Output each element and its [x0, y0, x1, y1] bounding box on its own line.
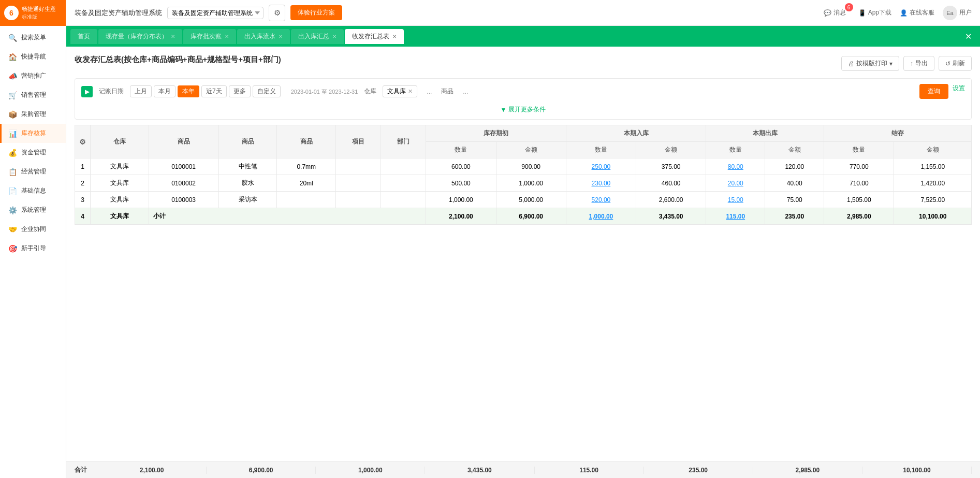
export-icon: ↑ [910, 60, 913, 67]
row-name: 采访本 [218, 192, 277, 208]
row-out-qty[interactable]: 80.00 [706, 158, 765, 175]
tab-close-icon[interactable]: ✕ [279, 34, 283, 39]
date-this-month[interactable]: 本月 [154, 85, 175, 97]
message-action[interactable]: 💬 消息 6 [820, 6, 850, 19]
finance-icon: 💰 [8, 149, 17, 157]
subtotal-in-amt: 3,435.00 [636, 208, 706, 225]
logo-text: 畅捷通好生意 [22, 5, 56, 13]
product-label: 商品 [441, 87, 454, 96]
date-this-year[interactable]: 本年 [178, 85, 199, 97]
basic-info-icon: 📄 [8, 187, 17, 195]
try-industry-button[interactable]: 体验行业方案 [290, 5, 342, 20]
bal-qty-header: 数量 [824, 142, 894, 158]
operation-icon: 📋 [8, 168, 17, 176]
print-icon: 🖨 [848, 60, 854, 67]
row-in-qty[interactable]: 230.00 [566, 175, 636, 192]
print-button[interactable]: 🖨 按模版打印 ▾ [841, 56, 899, 71]
sidebar-item-label: 企业协同 [21, 225, 46, 234]
settings-link[interactable]: 设置 [953, 84, 965, 99]
export-button[interactable]: ↑ 导出 [903, 56, 934, 71]
sidebar-item-marketing[interactable]: 📣 营销推广 [0, 66, 66, 85]
row-in-amt: 460.00 [636, 175, 706, 192]
table-row: 2 文具库 0100002 胶水 20ml 500.00 1,000.00 23… [75, 175, 972, 192]
tab-close-icon[interactable]: ✕ [392, 34, 397, 39]
row-out-qty[interactable]: 20.00 [706, 175, 765, 192]
sidebar-item-purchase[interactable]: 📦 采购管理 [0, 105, 66, 124]
in-qty-header: 数量 [566, 142, 636, 158]
date-last-month[interactable]: 上月 [130, 85, 152, 97]
search-icon: 🔍 [8, 34, 17, 42]
sidebar-item-system[interactable]: ⚙️ 系统管理 [0, 200, 66, 220]
date-more[interactable]: 更多 [229, 85, 251, 97]
sidebar-item-label: 销售管理 [21, 91, 46, 99]
sidebar-item-enterprise[interactable]: 🤝 企业协同 [0, 220, 66, 239]
tab-batch[interactable]: 库存批次账 ✕ [183, 29, 236, 44]
tab-recv-send-summary[interactable]: 收发存汇总表 ✕ [345, 29, 404, 44]
settings-button[interactable]: ⚙ [269, 5, 285, 21]
sidebar-item-operation[interactable]: 📋 经营管理 [0, 162, 66, 181]
tab-close-all[interactable]: ✕ [961, 30, 976, 44]
tab-close-icon[interactable]: ✕ [171, 34, 175, 39]
sidebar-item-guide[interactable]: 🎯 新手引导 [0, 239, 66, 258]
sidebar-item-basic-info[interactable]: 📄 基础信息 [0, 181, 66, 200]
tab-flow[interactable]: 出入库流水 ✕ [237, 29, 290, 44]
enterprise-icon: 🤝 [8, 225, 17, 234]
online-service-label: 在线客服 [910, 8, 934, 17]
avatar: Ea [943, 6, 957, 20]
sidebar-item-label: 营销推广 [21, 71, 46, 80]
query-button[interactable]: 查询 [919, 84, 948, 99]
row-in-amt: 2,600.00 [636, 192, 706, 208]
sidebar-item-inventory[interactable]: 📊 库存核算 [0, 124, 66, 143]
expand-icon: ▼ [501, 106, 507, 113]
subtotal-out-qty[interactable]: 115.00 [706, 208, 765, 225]
row-dept [381, 175, 426, 192]
subtotal-label: 小计 [149, 208, 426, 225]
product-more-btn[interactable]: ... [460, 87, 471, 96]
row-warehouse: 文具库 [91, 192, 149, 208]
subtotal-bal-amt: 10,100.00 [894, 208, 972, 225]
sidebar-item-finance[interactable]: 💰 资金管理 [0, 143, 66, 162]
user-action[interactable]: Ea 用户 [943, 6, 972, 20]
tab-inventory-dist[interactable]: 现存量（库存分布表） ✕ [98, 29, 182, 44]
row-out-qty[interactable]: 15.00 [706, 192, 765, 208]
sidebar-item-sales[interactable]: 🛒 销售管理 [0, 85, 66, 105]
in-stock-header: 本期入库 [566, 125, 706, 142]
date-custom[interactable]: 自定义 [253, 85, 281, 97]
out-amt-header: 金额 [765, 142, 824, 158]
code-header: 商品 [149, 125, 218, 158]
init-amt-header: 金额 [496, 142, 566, 158]
row-dept [381, 192, 426, 208]
online-service-action[interactable]: 👤 在线客服 [900, 8, 934, 17]
row-in-qty[interactable]: 520.00 [566, 192, 636, 208]
tab-summary[interactable]: 出入库汇总 ✕ [291, 29, 344, 44]
date-7days[interactable]: 近7天 [201, 85, 227, 97]
tab-close-icon[interactable]: ✕ [332, 34, 337, 39]
app-download-action[interactable]: 📱 App下载 [858, 8, 891, 17]
subtotal-in-qty[interactable]: 1,000.00 [566, 208, 636, 225]
sidebar-item-search[interactable]: 🔍 搜索菜单 [0, 28, 66, 47]
spec-header: 商品 [277, 125, 336, 158]
sidebar-item-quick-nav[interactable]: 🏠 快捷导航 [0, 47, 66, 66]
home-icon: 🏠 [8, 53, 17, 61]
tab-home[interactable]: 首页 [70, 29, 97, 44]
data-table: ⚙ 仓库 商品 商品 商品 项目 部门 库存期初 本期入库 本期出库 结存 数量… [75, 125, 972, 225]
warehouse-more-btn[interactable]: ... [423, 87, 435, 96]
subtotal-bal-qty: 2,985.00 [824, 208, 894, 225]
row-warehouse: 文具库 [91, 175, 149, 192]
refresh-button[interactable]: ↺ 刷新 [939, 56, 972, 71]
row-name: 胶水 [218, 175, 277, 192]
warehouse-tag-close[interactable]: ✕ [408, 88, 413, 95]
subtotal-no: 4 [75, 208, 91, 225]
expand-more-conditions[interactable]: ▼ 展开更多条件 [501, 105, 546, 114]
row-no: 3 [75, 192, 91, 208]
system-selector[interactable]: 装备及固定资产辅助管理系统 [167, 7, 264, 19]
warehouse-filter-tag: 文具库 ✕ [383, 85, 417, 97]
filter-expand-arrow[interactable]: ▶ [81, 86, 93, 97]
subtotal-init-amt: 6,900.00 [496, 208, 566, 225]
footer-init-qty: 2,100.00 [97, 467, 207, 474]
tab-close-icon[interactable]: ✕ [225, 34, 229, 39]
row-in-qty[interactable]: 250.00 [566, 158, 636, 175]
sidebar-item-label: 库存核算 [21, 129, 46, 138]
table-row: 3 文具库 0100003 采访本 1,000.00 5,000.00 520.… [75, 192, 972, 208]
table-gear-icon[interactable]: ⚙ [79, 138, 86, 146]
